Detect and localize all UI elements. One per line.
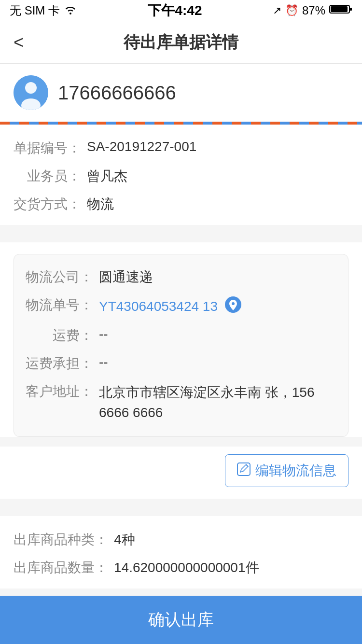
- freight-bear-row: 运费承担： --: [26, 354, 336, 373]
- document-no-label: 单据编号：: [14, 139, 81, 157]
- edit-logistics-button[interactable]: 编辑物流信息: [225, 454, 348, 487]
- salesperson-value: 曾凡杰: [87, 167, 348, 185]
- freight-row: 运费： --: [26, 326, 336, 345]
- logistics-card: 物流公司： 圆通速递 物流单号： YT43064053424 13 运费：: [14, 254, 348, 437]
- address-row: 客户地址： 北京市市辖区海淀区永丰南 张，156 6666 6666: [26, 382, 336, 423]
- status-right: ↗ ⏰ 87%: [273, 3, 352, 18]
- freight-label: 运费：: [26, 326, 93, 345]
- delivery-value: 物流: [87, 195, 348, 213]
- tracking-label: 物流单号：: [26, 296, 93, 314]
- stock-types-label: 出库商品种类：: [14, 531, 108, 549]
- stock-quantity-label: 出库商品数量：: [14, 559, 108, 577]
- user-phone: 17666666666: [58, 82, 176, 104]
- page-title: 待出库单据详情: [124, 31, 238, 54]
- freight-bear-value: --: [99, 354, 336, 370]
- basic-info-section: 单据编号： SA-20191227-001 业务员： 曾凡杰 交货方式： 物流: [0, 125, 362, 225]
- svg-rect-7: [237, 463, 250, 476]
- logistics-company-label: 物流公司：: [26, 268, 93, 286]
- tracking-value: YT43064053424 13: [99, 296, 336, 317]
- back-button[interactable]: <: [14, 32, 24, 53]
- battery-icon: [329, 3, 352, 18]
- stock-quantity-row: 出库商品数量： 14.620000000000001件: [14, 559, 348, 577]
- address-value: 北京市市辖区海淀区永丰南 张，156 6666 6666: [99, 382, 336, 423]
- edit-logistics-label: 编辑物流信息: [255, 462, 336, 480]
- status-time: 下午4:42: [148, 1, 202, 20]
- svg-rect-1: [350, 8, 352, 11]
- logistics-company-row: 物流公司： 圆通速递: [26, 268, 336, 286]
- delivery-row: 交货方式： 物流: [14, 195, 348, 213]
- salesperson-row: 业务员： 曾凡杰: [14, 167, 348, 185]
- document-no-row: 单据编号： SA-20191227-001: [14, 139, 348, 157]
- edit-logistics-row: 编辑物流信息: [0, 447, 362, 499]
- address-label: 客户地址：: [26, 382, 93, 401]
- delivery-label: 交货方式：: [14, 195, 81, 213]
- status-bar: 无 SIM 卡 下午4:42 ↗ ⏰ 87%: [0, 0, 362, 21]
- carrier-label: 无 SIM 卡: [10, 3, 60, 18]
- stock-quantity-value: 14.620000000000001件: [114, 559, 348, 577]
- logistics-company-value: 圆通速递: [99, 268, 336, 286]
- stock-types-row: 出库商品种类： 4种: [14, 531, 348, 549]
- status-left: 无 SIM 卡: [10, 3, 77, 18]
- svg-rect-2: [331, 6, 348, 12]
- confirm-button[interactable]: 确认出库: [0, 596, 362, 644]
- document-no-value: SA-20191227-001: [87, 139, 348, 154]
- svg-point-4: [25, 82, 37, 94]
- salesperson-label: 业务员：: [14, 167, 81, 185]
- wifi-icon: [64, 4, 77, 17]
- location-status-icon: ↗: [273, 4, 281, 17]
- alarm-icon: ⏰: [285, 4, 298, 17]
- freight-value: --: [99, 326, 336, 342]
- map-pin-icon[interactable]: [224, 296, 242, 317]
- stock-types-value: 4种: [114, 531, 348, 549]
- confirm-button-label: 确认出库: [148, 609, 214, 631]
- user-header: 17666666666: [0, 64, 362, 122]
- tracking-row: 物流单号： YT43064053424 13: [26, 296, 336, 317]
- edit-icon: [237, 462, 251, 479]
- freight-bear-label: 运费承担：: [26, 354, 93, 373]
- battery-label: 87%: [302, 4, 325, 17]
- stock-info-section: 出库商品种类： 4种 出库商品数量： 14.620000000000001件: [0, 516, 362, 588]
- avatar: [14, 75, 48, 110]
- nav-bar: < 待出库单据详情: [0, 21, 362, 64]
